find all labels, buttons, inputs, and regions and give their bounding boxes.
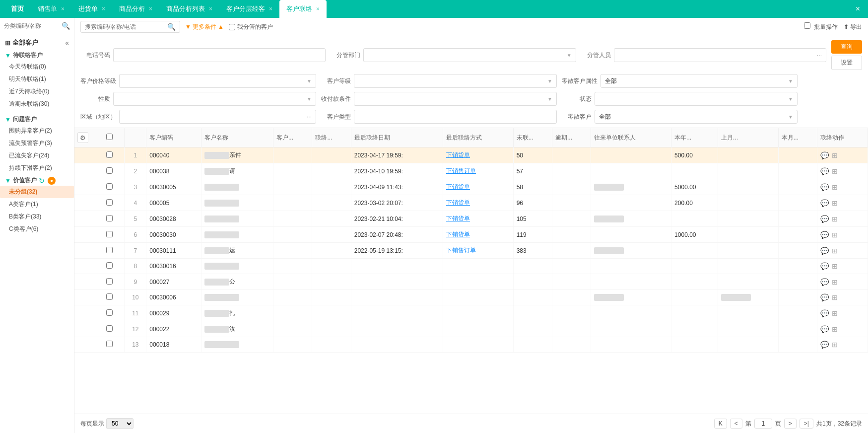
prev-page-button[interactable]: < <box>730 419 742 429</box>
sidebar-item-7days[interactable]: 近7天待联络(0) <box>0 85 74 98</box>
grid-action-icon[interactable]: ⊞ <box>832 215 838 223</box>
pending-group-label[interactable]: ▼ 待联络客户 <box>0 49 74 61</box>
overdue-col-header[interactable]: 逾期... <box>552 128 591 147</box>
not-contacted-col-header[interactable]: 未联... <box>513 128 552 147</box>
sidebar-item-declining[interactable]: 持续下滑客户(2) <box>0 162 74 174</box>
row-checkbox-cell[interactable] <box>103 163 125 179</box>
refresh-icon[interactable]: ↻ <box>39 177 45 185</box>
batch-op-button[interactable]: 批量操作 <box>804 22 837 31</box>
batch-op-checkbox[interactable] <box>804 22 810 29</box>
last-contact-way-cell[interactable] <box>443 259 513 274</box>
search-button[interactable]: 查询 <box>831 40 862 54</box>
grid-action-icon[interactable]: ⊞ <box>832 278 838 286</box>
row-checkbox[interactable] <box>106 167 113 174</box>
settings-icon[interactable]: ⚙ <box>77 132 88 143</box>
row-checkbox[interactable] <box>106 309 113 316</box>
row-checkbox-cell[interactable] <box>103 259 125 274</box>
close-all-button[interactable]: × <box>852 4 864 13</box>
payment-select[interactable]: ▼ <box>354 92 557 106</box>
row-checkbox-cell[interactable] <box>103 195 125 211</box>
first-page-button[interactable]: K <box>714 419 727 429</box>
search-input[interactable] <box>85 23 164 30</box>
name-col-header[interactable]: 客户名称 <box>201 128 273 147</box>
retail-attr-select[interactable]: 全部 ▼ <box>601 74 798 88</box>
row-checkbox[interactable] <box>106 293 113 300</box>
close-customer-contact-icon[interactable]: × <box>316 5 320 12</box>
row-checkbox-cell[interactable] <box>103 274 125 290</box>
chat-icon[interactable]: 💬 <box>820 167 829 175</box>
last-contact-way-cell[interactable] <box>443 337 513 353</box>
chat-icon[interactable]: 💬 <box>820 293 829 301</box>
more-conditions-button[interactable]: ▼ 更多条件 ▲ <box>185 23 224 31</box>
last-contact-way-cell[interactable] <box>443 305 513 321</box>
row-checkbox-cell[interactable] <box>103 147 125 163</box>
row-checkbox[interactable] <box>106 341 113 347</box>
grid-action-icon[interactable]: ⊞ <box>832 231 838 239</box>
dept-select[interactable]: ▼ <box>363 48 576 62</box>
type-col-header[interactable]: 客户... <box>273 128 312 147</box>
row-checkbox-cell[interactable] <box>103 305 125 321</box>
row-checkbox[interactable] <box>106 278 113 285</box>
chat-icon[interactable]: 💬 <box>820 262 829 270</box>
grid-action-icon[interactable]: ⊞ <box>832 293 838 301</box>
my-customers-checkbox-label[interactable]: 我分管的客户 <box>229 23 273 31</box>
nav-product-analysis[interactable]: 商品分析 × <box>112 0 159 18</box>
grid-action-icon[interactable]: ⊞ <box>832 325 838 333</box>
grid-action-icon[interactable]: ⊞ <box>832 151 838 159</box>
grid-action-icon[interactable]: ⊞ <box>832 247 838 255</box>
sidebar-item-overdue[interactable]: 逾期未联络(30) <box>0 98 74 110</box>
row-checkbox-cell[interactable] <box>103 337 125 353</box>
row-checkbox-cell[interactable] <box>103 243 125 259</box>
row-checkbox[interactable] <box>106 262 113 269</box>
chat-icon[interactable]: 💬 <box>820 231 829 239</box>
row-checkbox[interactable] <box>106 231 113 237</box>
last-contact-way-cell[interactable] <box>443 274 513 290</box>
nav-product-analysis-list[interactable]: 商品分析列表 × <box>159 0 219 18</box>
chat-icon[interactable]: 💬 <box>820 151 829 159</box>
nav-customer-contact[interactable]: 客户联络 × <box>279 0 327 18</box>
sidebar-item-today[interactable]: 今天待联络(0) <box>0 61 74 73</box>
search-icon[interactable]: 🔍 <box>167 23 176 31</box>
close-customer-segment-icon[interactable]: × <box>269 5 272 12</box>
price-group-label[interactable]: ▼ 价值客户 ↻ ● <box>0 174 74 186</box>
chat-icon[interactable]: 💬 <box>820 309 829 317</box>
grid-action-icon[interactable]: ⊞ <box>832 309 838 317</box>
chat-icon[interactable]: 💬 <box>820 325 829 333</box>
row-checkbox[interactable] <box>106 151 113 158</box>
customer-type-select[interactable] <box>354 110 557 124</box>
chat-icon[interactable]: 💬 <box>820 247 829 255</box>
close-purchase-icon[interactable]: × <box>102 5 105 12</box>
region-select[interactable]: ··· <box>119 110 316 124</box>
checkbox-col-header[interactable] <box>103 128 125 147</box>
this-month-col-header[interactable]: 本月... <box>778 128 817 147</box>
last-contact-way-col-header[interactable]: 最后联络方式 <box>443 128 513 147</box>
grid-action-icon[interactable]: ⊞ <box>832 262 838 270</box>
sidebar-item-hoard[interactable]: 囤购异常客户(2) <box>0 125 74 137</box>
chat-icon[interactable]: 💬 <box>820 215 829 223</box>
chat-icon[interactable]: 💬 <box>820 278 829 286</box>
last-page-button[interactable]: >| <box>800 419 813 429</box>
row-checkbox-cell[interactable] <box>103 321 125 337</box>
this-year-col-header[interactable]: 本年... <box>671 128 718 147</box>
page-input[interactable] <box>754 419 772 429</box>
customer-level-select[interactable]: ▼ <box>354 74 557 88</box>
last-contact-way-cell[interactable] <box>443 290 513 305</box>
row-checkbox[interactable] <box>106 325 113 332</box>
unit-contact-col-header[interactable]: 往来单位联系人 <box>591 128 671 147</box>
last-contact-way-cell[interactable]: 下销货单 <box>443 147 513 163</box>
row-checkbox-cell[interactable] <box>103 290 125 305</box>
price-level-select[interactable]: ▼ <box>119 74 316 88</box>
select-all-checkbox[interactable] <box>106 134 113 140</box>
nature-select[interactable]: ▼ <box>113 92 316 106</box>
last-month-col-header[interactable]: 上月... <box>718 128 779 147</box>
person-select[interactable]: ··· <box>614 48 826 62</box>
grid-action-icon[interactable]: ⊞ <box>832 183 838 191</box>
sidebar-item-tomorrow[interactable]: 明天待联络(1) <box>0 73 74 85</box>
sidebar-item-ungrouped[interactable]: 未分组(32) <box>0 186 74 198</box>
close-sales-icon[interactable]: × <box>61 5 65 12</box>
close-product-analysis-list-icon[interactable]: × <box>209 5 212 12</box>
my-customers-checkbox[interactable] <box>229 24 235 30</box>
chat-icon[interactable]: 💬 <box>820 341 829 349</box>
last-contact-way-cell[interactable]: 下销货单 <box>443 195 513 211</box>
sidebar-item-churned[interactable]: 已流失客户(24) <box>0 149 74 162</box>
